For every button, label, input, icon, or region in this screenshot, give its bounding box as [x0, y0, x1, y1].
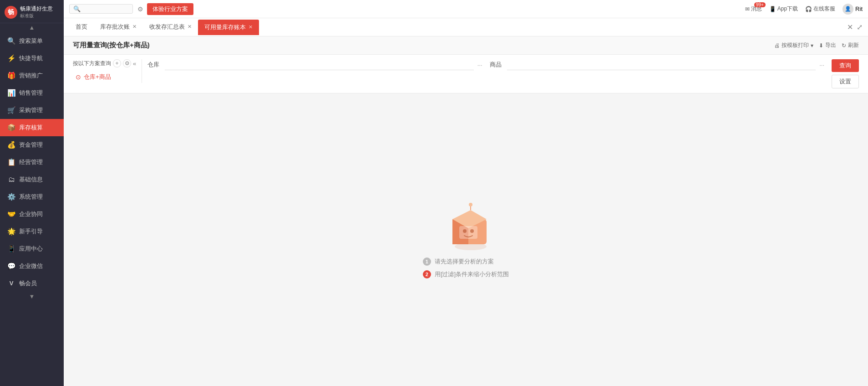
product-input[interactable] [507, 59, 816, 70]
enterprise-icon: 🤝 [7, 210, 15, 218]
marketing-icon: 🎁 [7, 72, 15, 80]
message-icon: ✉ [745, 6, 750, 12]
sidebar-item-wechat[interactable]: 💬 企业微信 [0, 257, 64, 275]
warehouse-field: 仓库 ··· [147, 59, 482, 70]
query-scheme-panel: 按以下方案查询 + ⚙ « ⊙ 仓库+商品 [73, 59, 142, 83]
sidebar-item-basic[interactable]: 🗂 基础信息 [0, 171, 64, 188]
operations-icon: 📋 [7, 158, 15, 166]
expand-btn[interactable]: ⤢ [857, 23, 863, 31]
svg-point-6 [470, 229, 474, 233]
member-icon: V [7, 280, 15, 287]
page-header: 可用量查询(按仓库+商品) 🖨 按模板打印 ▾ ⬇ 导出 ↻ 刷新 [64, 36, 868, 55]
tab-batch-account[interactable]: 库存批次账 ✕ [94, 19, 143, 36]
user-menu[interactable]: 👤 Rit [843, 4, 863, 15]
newbie-icon: 🌟 [7, 227, 15, 236]
purchase-icon: 🛒 [7, 106, 15, 114]
message-btn[interactable]: ✉ 消息 99+ [745, 5, 762, 13]
tab-available-close[interactable]: ✕ [249, 24, 253, 30]
headset-icon: 🎧 [805, 6, 812, 12]
empty-illustration [443, 201, 489, 247]
sidebar-scroll-down[interactable]: ▼ [0, 292, 64, 301]
topbar: 🔍 ⚙ 体验行业方案 ✉ 消息 99+ 📱 App下载 🎧 在线客服 👤 [64, 0, 868, 18]
tabbar: 首页 库存批次账 ✕ 收发存汇总表 ✕ 可用量库存账本 ✕ ✕ ⤢ [64, 18, 868, 36]
warehouse-input[interactable] [165, 59, 474, 70]
finance-icon: 💰 [7, 141, 15, 149]
warehouse-more-btn[interactable]: ··· [477, 62, 482, 68]
settings-panel-btn[interactable]: 设置 [832, 75, 859, 88]
query-btn[interactable]: 查询 [832, 59, 859, 72]
logo-icon: 畅 [5, 6, 17, 19]
sidebar-item-app[interactable]: 📱 应用中心 [0, 240, 64, 257]
app-icon: 📱 [7, 245, 15, 253]
app-badge: 标准版 [20, 13, 53, 19]
query-row: 仓库 ··· 商品 ··· [147, 59, 824, 70]
scheme-header: 按以下方案查询 + ⚙ « [73, 59, 136, 67]
sidebar-item-shortcut[interactable]: ⚡ 快捷导航 [0, 50, 64, 67]
username: Rit [855, 5, 863, 12]
product-more-btn[interactable]: ··· [819, 62, 824, 68]
query-actions: 查询 设置 [832, 59, 859, 88]
query-fields: 仓库 ··· 商品 ··· [147, 59, 824, 70]
search-icon: 🔍 [73, 5, 81, 12]
sidebar-scroll-up[interactable]: ▲ [0, 23, 64, 32]
refresh-btn[interactable]: ↻ 刷新 [842, 41, 859, 49]
empty-tip-2: 2 用[过滤]条件来缩小分析范围 [423, 270, 509, 278]
empty-state: 1 请先选择要分析的方案 2 用[过滤]条件来缩小分析范围 [64, 93, 868, 386]
inventory-icon: 📦 [7, 124, 15, 132]
app-download-btn[interactable]: 📱 App下载 [769, 5, 798, 13]
industry-btn[interactable]: 体验行业方案 [147, 3, 193, 15]
tip-number-1: 1 [423, 257, 431, 266]
sidebar-item-inventory[interactable]: 📦 库存核算 [0, 119, 64, 136]
sidebar-item-search[interactable]: 🔍 搜索菜单 [0, 32, 64, 50]
refresh-icon: ↻ [842, 42, 846, 49]
sidebar-item-finance[interactable]: 💰 资金管理 [0, 136, 64, 154]
sidebar-item-enterprise[interactable]: 🤝 企业协同 [0, 206, 64, 223]
tab-batch-account-close[interactable]: ✕ [132, 24, 137, 30]
sales-icon: 📊 [7, 89, 15, 97]
main-area: 🔍 ⚙ 体验行业方案 ✉ 消息 99+ 📱 App下载 🎧 在线客服 👤 [64, 0, 868, 386]
query-panel: 按以下方案查询 + ⚙ « ⊙ 仓库+商品 仓库 ··· [64, 55, 868, 93]
scheme-item-warehouse-product[interactable]: ⊙ 仓库+商品 [73, 71, 136, 83]
sidebar-item-system[interactable]: ⚙️ 系统管理 [0, 188, 64, 206]
topbar-right: ✉ 消息 99+ 📱 App下载 🎧 在线客服 👤 Rit [745, 4, 863, 15]
page-title: 可用量查询(按仓库+商品) [73, 41, 150, 50]
search-input[interactable] [82, 6, 119, 12]
empty-svg [443, 201, 498, 251]
message-badge: 99+ [754, 2, 766, 7]
basic-icon: 🗂 [7, 175, 15, 183]
manage-scheme-btn[interactable]: ⚙ [123, 59, 131, 67]
topbar-search-box[interactable]: 🔍 [69, 4, 133, 14]
print-btn[interactable]: 🖨 按模板打印 ▾ [774, 41, 813, 49]
avatar: 👤 [843, 4, 853, 15]
page-content: 可用量查询(按仓库+商品) 🖨 按模板打印 ▾ ⬇ 导出 ↻ 刷新 [64, 36, 868, 386]
sidebar-item-operations[interactable]: 📋 经营管理 [0, 154, 64, 171]
sidebar-item-sales[interactable]: 📊 销售管理 [0, 84, 64, 102]
export-icon: ⬇ [819, 42, 823, 49]
tab-summary[interactable]: 收发存汇总表 ✕ [143, 19, 198, 36]
sidebar-item-member[interactable]: V 畅会员 [0, 275, 64, 292]
close-tab-btn[interactable]: ✕ [847, 23, 853, 31]
empty-tip-1: 1 请先选择要分析的方案 [423, 257, 509, 266]
export-btn[interactable]: ⬇ 导出 [819, 41, 836, 49]
collapse-scheme-btn[interactable]: « [133, 60, 136, 67]
search-icon: 🔍 [7, 37, 15, 45]
settings-icon[interactable]: ⚙ [137, 5, 143, 13]
empty-tips: 1 请先选择要分析的方案 2 用[过滤]条件来缩小分析范围 [423, 257, 509, 278]
sidebar-item-marketing[interactable]: 🎁 营销推广 [0, 67, 64, 84]
mobile-icon: 📱 [769, 6, 776, 12]
app-name: 畅康通好生意 [20, 5, 53, 13]
add-scheme-btn[interactable]: + [113, 59, 121, 67]
system-icon: ⚙️ [7, 193, 15, 201]
page-header-actions: 🖨 按模板打印 ▾ ⬇ 导出 ↻ 刷新 [774, 41, 859, 49]
svg-point-8 [469, 203, 472, 206]
sidebar-item-purchase[interactable]: 🛒 采购管理 [0, 102, 64, 119]
tip-number-2: 2 [423, 270, 431, 278]
service-btn[interactable]: 🎧 在线客服 [805, 5, 835, 13]
tab-available[interactable]: 可用量库存账本 ✕ [198, 20, 259, 35]
tab-summary-close[interactable]: ✕ [188, 24, 192, 30]
tab-home[interactable]: 首页 [69, 19, 94, 36]
wechat-icon: 💬 [7, 262, 15, 270]
print-icon: 🖨 [774, 42, 780, 49]
sidebar: 畅 畅康通好生意 标准版 ▲ 🔍 搜索菜单 ⚡ 快捷导航 🎁 营销推广 📊 销售… [0, 0, 64, 386]
sidebar-item-newbie[interactable]: 🌟 新手引导 [0, 223, 64, 240]
